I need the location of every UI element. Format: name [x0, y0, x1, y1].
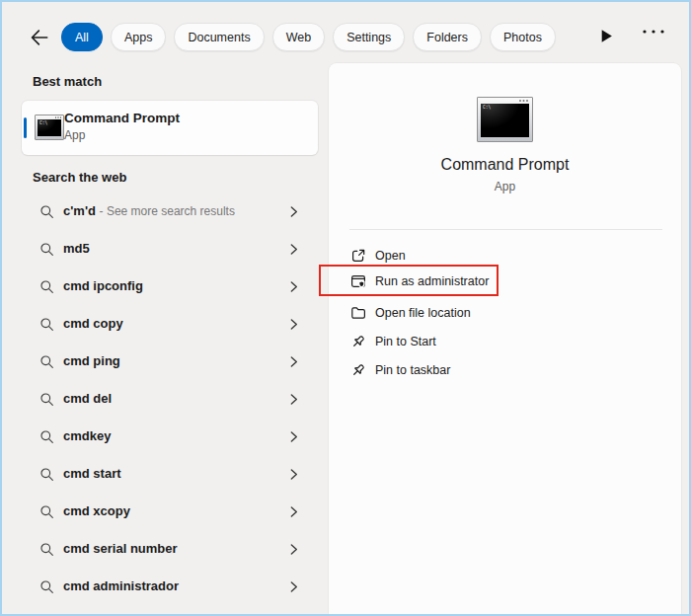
chevron-right-icon[interactable]: [287, 430, 300, 443]
chevron-right-icon[interactable]: [287, 543, 300, 556]
search-icon: [39, 429, 54, 444]
search-suggestion-row[interactable]: cmd xcopy: [22, 494, 320, 531]
search-suggestion-row[interactable]: cmd administrador: [22, 569, 320, 606]
search-icon: [39, 317, 54, 332]
pin-icon: [350, 362, 366, 378]
open-external-icon: [350, 248, 366, 264]
play-icon[interactable]: [600, 29, 614, 44]
chevron-right-icon[interactable]: [287, 355, 300, 368]
terminal-screen: C:\: [38, 119, 61, 136]
app-subtitle: App: [495, 180, 515, 193]
tab-settings[interactable]: Settings: [333, 23, 405, 51]
best-match-subtitle: App: [64, 128, 180, 142]
tab-documents[interactable]: Documents: [174, 23, 264, 51]
tab-photos[interactable]: Photos: [490, 23, 556, 51]
pin-icon: [350, 334, 366, 349]
suggestion-query: c'm'd: [63, 203, 96, 218]
suggestion-label: cmdkey: [63, 428, 111, 443]
more-options-icon[interactable]: [642, 28, 667, 45]
window-dots-icon: [526, 100, 528, 102]
windows-search-window: All Apps Documents Web Settings Folders …: [0, 0, 691, 616]
search-suggestion-row[interactable]: cmd ipconfig: [22, 269, 320, 306]
search-icon: [39, 542, 54, 557]
search-suggestion-row[interactable]: cmd del: [22, 381, 320, 419]
chevron-right-icon[interactable]: [287, 318, 300, 331]
search-suggestion-row[interactable]: cmd start: [22, 456, 320, 494]
window-dots-icon: [60, 116, 62, 118]
suggestion-label: cmd del: [63, 391, 112, 406]
tab-apps-label: Apps: [124, 31, 153, 44]
command-prompt-icon-large: C:\_: [477, 97, 533, 142]
suggestion-label: cmd copy: [63, 316, 123, 331]
tab-web[interactable]: Web: [272, 23, 325, 51]
best-match-item-command-prompt[interactable]: C:\ Command Prompt App: [22, 101, 318, 155]
terminal-prompt-text: C:\_: [483, 105, 494, 110]
search-icon: [39, 279, 54, 294]
search-the-web-heading: Search the web: [33, 170, 126, 185]
search-suggestion-row[interactable]: cmd serial number: [22, 531, 320, 569]
run-as-admin-icon: [350, 273, 366, 289]
chevron-right-icon[interactable]: [287, 580, 300, 593]
search-icon: [39, 467, 54, 482]
search-icon: [39, 579, 54, 594]
app-detail-panel: C:\_ Command Prompt App Open Run as admi…: [329, 63, 681, 616]
chevron-right-icon[interactable]: [287, 505, 300, 518]
suggestion-label: cmd xcopy: [63, 503, 130, 518]
tab-apps[interactable]: Apps: [111, 23, 167, 51]
tab-all-label: All: [75, 31, 89, 44]
action-label: Pin to Start: [375, 335, 436, 348]
suggestion-label: c'm'd - See more search results: [63, 203, 235, 218]
best-match-text: Command Prompt App: [64, 111, 180, 142]
suggestion-label: cmd serial number: [63, 541, 178, 556]
suggestion-label: cmd ipconfig: [63, 278, 143, 293]
suggestion-suffix: - See more search results: [100, 204, 235, 218]
chevron-right-icon[interactable]: [287, 393, 300, 406]
action-pin-to-taskbar[interactable]: Pin to taskbar: [339, 356, 671, 384]
web-suggestions-list: c'm'd - See more search results md5 cmd …: [22, 193, 320, 606]
action-pin-to-start[interactable]: Pin to Start: [339, 328, 671, 355]
tab-web-label: Web: [286, 31, 311, 44]
search-filter-tabs: All Apps Documents Web Settings Folders …: [61, 23, 556, 51]
suggestion-label: cmd ping: [63, 353, 120, 368]
folder-icon: [350, 305, 366, 321]
tab-photos-label: Photos: [503, 31, 542, 44]
tab-folders-label: Folders: [426, 31, 468, 44]
action-label: Pin to taskbar: [375, 363, 450, 377]
app-title: Command Prompt: [441, 156, 570, 174]
search-suggestion-row[interactable]: cmdkey: [22, 419, 320, 456]
tab-documents-label: Documents: [188, 31, 250, 44]
terminal-prompt-text: C:\: [39, 120, 47, 125]
search-suggestion-row[interactable]: md5: [22, 231, 320, 269]
action-label: Run as administrator: [375, 274, 489, 288]
tab-folders[interactable]: Folders: [413, 23, 482, 51]
divider: [349, 229, 662, 230]
action-open[interactable]: Open: [339, 242, 671, 270]
best-match-title: Command Prompt: [64, 111, 180, 125]
best-match-heading: Best match: [33, 74, 102, 89]
back-icon[interactable]: [29, 27, 50, 48]
suggestion-label: cmd administrador: [63, 578, 179, 593]
tab-all[interactable]: All: [61, 23, 103, 51]
search-suggestion-row[interactable]: cmd ping: [22, 344, 320, 381]
chevron-right-icon[interactable]: [287, 468, 300, 481]
action-run-as-administrator[interactable]: Run as administrator: [339, 268, 671, 295]
tab-settings-label: Settings: [346, 31, 391, 44]
terminal-screen: C:\_: [481, 104, 529, 137]
chevron-right-icon[interactable]: [287, 243, 300, 256]
search-icon: [39, 204, 54, 219]
selection-accent-bar: [24, 117, 27, 138]
app-hero: C:\_ Command Prompt App: [329, 63, 681, 193]
suggestion-label: cmd start: [63, 466, 121, 481]
action-label: Open file location: [375, 306, 471, 320]
chevron-right-icon[interactable]: [287, 205, 300, 218]
search-icon: [39, 242, 54, 257]
search-suggestion-row[interactable]: cmd copy: [22, 306, 320, 344]
search-icon: [39, 392, 54, 407]
chevron-right-icon[interactable]: [287, 280, 300, 293]
search-icon: [39, 504, 54, 519]
action-open-file-location[interactable]: Open file location: [339, 299, 671, 327]
command-prompt-icon: C:\: [35, 115, 64, 140]
search-results-panel: Best match C:\ Command Prompt App Search…: [22, 63, 320, 616]
search-suggestion-row[interactable]: c'm'd - See more search results: [22, 193, 320, 231]
search-icon: [39, 354, 54, 369]
